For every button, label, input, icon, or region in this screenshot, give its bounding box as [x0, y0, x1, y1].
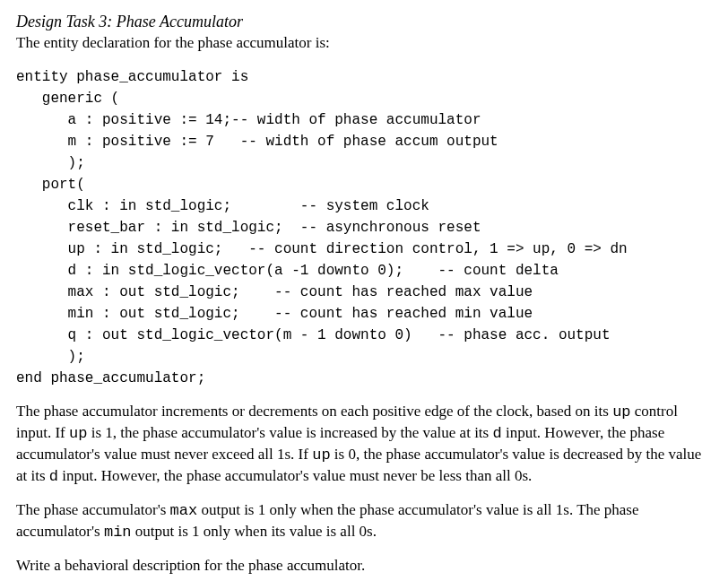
text: output is 1 only when its value is all 0…: [132, 523, 377, 540]
intro-line: The entity declaration for the phase acc…: [16, 33, 712, 54]
paragraph-3: Write a behavioral description for the p…: [16, 556, 712, 577]
code-inline: up: [69, 425, 87, 442]
paragraph-2: The phase accumulator's max output is 1 …: [16, 500, 712, 543]
text: input. However, the phase accumulator's …: [58, 467, 532, 484]
task-title: Design Task 3: Phase Accumulator: [16, 11, 712, 32]
text: is 1, the phase accumulator's value is i…: [87, 424, 492, 441]
code-inline: min: [104, 524, 132, 541]
paragraph-1: The phase accumulator increments or decr…: [16, 402, 712, 488]
code-inline: up: [312, 447, 330, 464]
code-inline: d: [49, 468, 58, 485]
code-inline: d: [492, 425, 501, 442]
code-inline: up: [612, 403, 630, 421]
code-inline: max: [170, 502, 198, 519]
text: The phase accumulator increments or decr…: [16, 403, 612, 420]
text: The phase accumulator's: [16, 501, 170, 518]
code-block: entity phase_accumulator is generic ( a …: [16, 66, 712, 389]
